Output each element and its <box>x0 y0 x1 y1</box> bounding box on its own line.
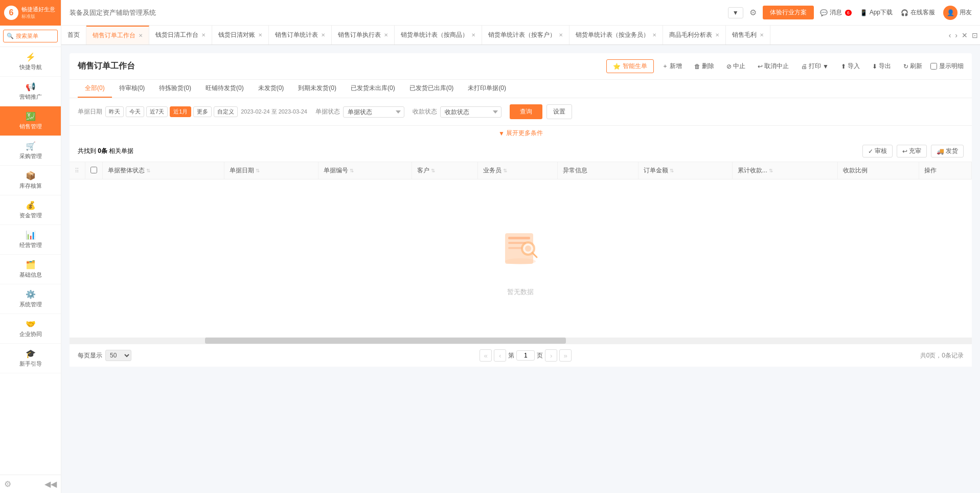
tab-sales-margin-close[interactable]: ✕ <box>760 32 764 38</box>
tab-sales-workbench-close[interactable]: ✕ <box>139 33 143 38</box>
sub-tab-4[interactable]: 未发货(0) <box>251 80 291 98</box>
sidebar-item-marketing[interactable]: 📢 营销推广 <box>0 77 61 106</box>
th-cumulative[interactable]: 累计收款... ⇅ <box>732 162 838 180</box>
sidebar-item-newbie[interactable]: 🎓 新手引导 <box>0 344 61 373</box>
table-action-审核[interactable]: ✓ 审核 <box>862 145 893 158</box>
import-button[interactable]: ⬆ 导入 <box>837 60 864 73</box>
tab-sales-product[interactable]: 销货单统计表（按商品） ✕ <box>395 26 482 44</box>
tab-sales-stats-close[interactable]: ✕ <box>321 32 325 38</box>
sidebar-item-operations[interactable]: 📊 经营管理 <box>0 225 61 255</box>
tab-gross-profit-close[interactable]: ✕ <box>715 32 719 38</box>
sub-tab-1[interactable]: 待审核(0) <box>112 80 152 98</box>
query-button[interactable]: 查询 <box>510 104 542 119</box>
show-detail-checkbox[interactable] <box>930 63 937 70</box>
tab-home[interactable]: 首页 <box>61 26 86 44</box>
sub-tab-3[interactable]: 旺铺待发货(0) <box>198 80 251 98</box>
search-menu-button[interactable]: 🔍 搜索菜单 <box>3 30 58 42</box>
setting-button[interactable]: 设置 <box>546 104 572 119</box>
sidebar-item-purchase[interactable]: 🛒 采购管理 <box>0 136 61 166</box>
sub-tab-5[interactable]: 到期未发货(0) <box>291 80 344 98</box>
date-btn-近1月[interactable]: 近1月 <box>170 106 191 117</box>
date-btn-自定义[interactable]: 自定义 <box>214 106 238 117</box>
horizontal-scrollbar[interactable] <box>70 338 972 344</box>
page-size-select[interactable]: 50 20 100 200 <box>105 350 131 361</box>
sidebar-item-system[interactable]: ⚙️ 系统管理 <box>0 284 61 314</box>
prev-page-button[interactable]: ‹ <box>494 349 506 362</box>
app-download-button[interactable]: 📱 App下载 <box>860 8 893 17</box>
cancel-stop-button[interactable]: ↩ 取消中止 <box>754 60 793 73</box>
tab-cash-reconcile-close[interactable]: ✕ <box>258 32 262 38</box>
th-doc-date[interactable]: 单据日期 ⇅ <box>224 162 318 180</box>
sub-tab-8[interactable]: 未打印单据(0) <box>461 80 513 98</box>
next-page-button[interactable]: › <box>545 349 557 362</box>
last-page-button[interactable]: » <box>559 349 572 362</box>
sort-icon-status[interactable]: ⇅ <box>146 168 150 173</box>
system-dropdown-button[interactable]: ▼ <box>728 7 743 18</box>
th-customer[interactable]: 客户 ⇅ <box>412 162 478 180</box>
sub-tab-6[interactable]: 已发货未出库(0) <box>344 80 402 98</box>
sidebar-item-basic[interactable]: 🗂️ 基础信息 <box>0 255 61 284</box>
th-doc-no[interactable]: 单据编号 ⇅ <box>318 162 412 180</box>
tab-sales-stats[interactable]: 销售订单统计表 ✕ <box>269 26 332 44</box>
th-salesperson[interactable]: 业务员 ⇅ <box>477 162 557 180</box>
first-page-button[interactable]: « <box>480 349 492 362</box>
date-btn-更多[interactable]: 更多 <box>193 106 212 117</box>
delete-button[interactable]: 🗑 删除 <box>690 60 718 73</box>
table-action-充审[interactable]: ↩ 充审 <box>897 145 927 158</box>
th-amount[interactable]: 订单金额 ⇅ <box>639 162 733 180</box>
expand-filter-button[interactable]: ▼ 展开更多条件 <box>498 129 543 138</box>
tab-next-button[interactable]: › <box>953 29 960 41</box>
scrollbar-thumb[interactable] <box>205 338 566 344</box>
print-button[interactable]: 🖨 打印 ▼ <box>797 60 833 73</box>
sub-tab-2[interactable]: 待拣验货(0) <box>152 80 198 98</box>
tab-sales-customer[interactable]: 销货单统计表（按客户） ✕ <box>482 26 569 44</box>
tab-expand-button[interactable]: ⊡ <box>970 29 980 41</box>
sort-icon-cumulative[interactable]: ⇅ <box>769 168 773 173</box>
date-btn-近7天[interactable]: 近7天 <box>146 106 168 117</box>
message-button[interactable]: 💬 消息 6 <box>820 8 852 17</box>
sidebar-item-finance[interactable]: 💰 资金管理 <box>0 195 61 225</box>
select-all-checkbox[interactable] <box>90 167 97 173</box>
tab-sales-margin[interactable]: 销售毛利 ✕ <box>726 26 770 44</box>
date-btn-今天[interactable]: 今天 <box>126 106 144 117</box>
sidebar-item-sales[interactable]: 💹 销售管理 <box>0 106 61 136</box>
add-button[interactable]: ＋ 新增 <box>658 60 686 73</box>
table-action-发货[interactable]: 🚚 发货 <box>931 145 964 158</box>
tab-sales-staff[interactable]: 销货单统计表（按业务员） ✕ <box>569 26 663 44</box>
date-btn-昨天[interactable]: 昨天 <box>105 106 124 117</box>
tab-prev-button[interactable]: ‹ <box>947 29 953 41</box>
gear-settings-button[interactable]: ⚙ <box>749 8 757 17</box>
tab-cash-daily-close[interactable]: ✕ <box>201 32 206 38</box>
tab-cash-reconcile[interactable]: 钱货日清对账 ✕ <box>212 26 269 44</box>
sub-tab-7[interactable]: 已发货已出库(0) <box>402 80 461 98</box>
tab-sales-workbench[interactable]: 销售订单工作台 ✕ <box>86 26 149 44</box>
user-menu-button[interactable]: 👤 用友 <box>943 6 972 20</box>
tab-sales-exec-close[interactable]: ✕ <box>384 32 388 38</box>
refresh-button[interactable]: ↻ 刷新 <box>899 60 926 73</box>
sub-tab-0[interactable]: 全部(0) <box>78 80 112 98</box>
sort-icon-customer[interactable]: ⇅ <box>431 168 435 173</box>
show-detail-checkbox-label[interactable]: 显示明细 <box>930 62 964 71</box>
industry-solution-button[interactable]: 体验行业方案 <box>763 6 814 19</box>
th-doc-status[interactable]: 单据整体状态 ⇅ <box>102 162 224 180</box>
sort-icon-date[interactable]: ⇅ <box>256 168 260 173</box>
collapse-button[interactable]: ◀◀ <box>44 479 57 489</box>
sort-icon-salesperson[interactable]: ⇅ <box>503 168 507 173</box>
status-select[interactable]: 单据状态 <box>343 106 404 118</box>
sort-icon-amount[interactable]: ⇅ <box>670 168 674 173</box>
stop-button[interactable]: ⊘ 中止 <box>722 60 749 73</box>
payment-select[interactable]: 收款状态 <box>440 106 502 118</box>
online-service-button[interactable]: 🎧 在线客服 <box>901 8 935 17</box>
sidebar-item-company[interactable]: 🤝 企业协同 <box>0 314 61 344</box>
sidebar-item-quick-nav[interactable]: ⚡ 快捷导航 <box>0 47 61 77</box>
tab-sales-exec[interactable]: 销售订单执行表 ✕ <box>332 26 395 44</box>
smart-generate-button[interactable]: ⭐ 智能生单 <box>606 59 654 73</box>
export-button[interactable]: ⬇ 导出 <box>868 60 895 73</box>
page-number-input[interactable] <box>516 350 535 361</box>
tab-close-all-button[interactable]: ✕ <box>960 29 970 41</box>
tab-sales-customer-close[interactable]: ✕ <box>559 32 563 38</box>
tab-sales-product-close[interactable]: ✕ <box>471 32 475 38</box>
sidebar-item-inventory[interactable]: 📦 库存核算 <box>0 166 61 195</box>
tab-gross-profit[interactable]: 商品毛利分析表 ✕ <box>663 26 726 44</box>
tab-cash-daily[interactable]: 钱货日清工作台 ✕ <box>149 26 212 44</box>
